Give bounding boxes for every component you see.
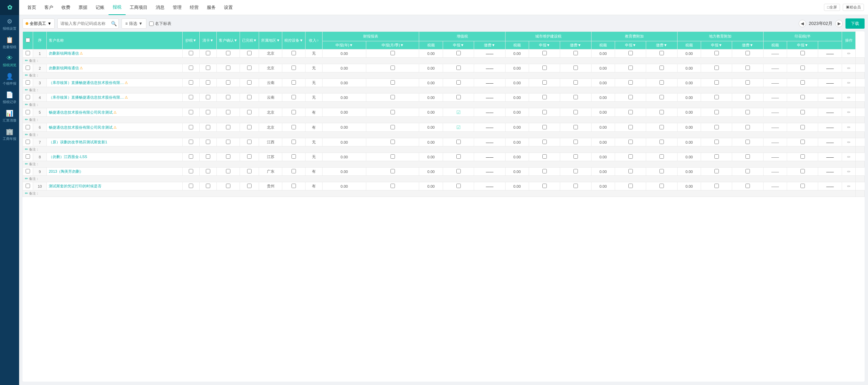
row-edit[interactable]: ✏ xyxy=(842,153,856,161)
city-amount-checkbox[interactable] xyxy=(573,184,578,188)
edu-amount-checkbox[interactable] xyxy=(659,125,664,129)
edu-declare-checkbox[interactable] xyxy=(628,80,633,85)
edit-icon[interactable]: ✏ xyxy=(847,140,851,145)
nav-operation[interactable]: 经营 xyxy=(186,0,203,15)
clearcard-checkbox[interactable] xyxy=(206,184,210,188)
finance-month-checkbox[interactable] xyxy=(390,110,395,114)
name-tag-checkbox[interactable] xyxy=(149,22,154,26)
confirm-checkbox[interactable] xyxy=(226,95,230,99)
stamp-declare-checkbox[interactable] xyxy=(800,51,805,55)
clearcard-checkbox[interactable] xyxy=(206,51,210,55)
sidebar-item-huisuanjieqiao[interactable]: 📊 汇算清缴 xyxy=(1,107,18,125)
row-checkbox[interactable] xyxy=(26,125,30,129)
row-edit[interactable]: ✏ xyxy=(842,79,856,87)
stamp-declare-checkbox[interactable] xyxy=(800,140,805,144)
taxdevice-checkbox[interactable] xyxy=(291,184,296,188)
stamp-declare-checkbox[interactable] xyxy=(800,66,805,70)
finance-month-checkbox[interactable] xyxy=(390,51,395,55)
finance-month-checkbox[interactable] xyxy=(390,169,395,173)
filed-checkbox[interactable] xyxy=(247,154,252,159)
local-amount-checkbox[interactable] xyxy=(745,80,750,85)
vip-button[interactable]: ▣稻会员 xyxy=(843,4,864,11)
filed-checkbox[interactable] xyxy=(247,51,252,55)
taxcopy-checkbox[interactable] xyxy=(189,169,193,173)
edit-icon[interactable]: ✏ xyxy=(847,66,851,71)
local-amount-checkbox[interactable] xyxy=(745,51,750,55)
nav-home[interactable]: 首页 xyxy=(23,0,40,15)
edu-declare-checkbox[interactable] xyxy=(628,140,633,144)
remark-edit-icon[interactable]: ✏ xyxy=(25,132,28,137)
row-checkbox[interactable] xyxy=(26,110,30,114)
row-checkbox[interactable] xyxy=(26,80,30,85)
row-edit[interactable]: ✏ xyxy=(842,182,856,190)
local-amount-checkbox[interactable] xyxy=(745,125,750,129)
row-checkbox[interactable] xyxy=(26,95,30,99)
row-edit[interactable]: ✏ xyxy=(842,123,856,132)
taxcopy-checkbox[interactable] xyxy=(189,80,193,85)
local-declare-checkbox[interactable] xyxy=(714,80,719,85)
local-declare-checkbox[interactable] xyxy=(714,184,719,188)
finance-month-checkbox[interactable] xyxy=(390,184,395,188)
edu-amount-checkbox[interactable] xyxy=(659,80,664,85)
edu-amount-checkbox[interactable] xyxy=(659,51,664,55)
city-declare-checkbox[interactable] xyxy=(542,80,547,85)
row-checkbox[interactable] xyxy=(26,66,30,70)
city-declare-checkbox[interactable] xyxy=(542,51,547,55)
local-declare-checkbox[interactable] xyxy=(714,169,719,173)
sidebar-item-gongshangnian[interactable]: 🏢 工商年报 xyxy=(1,125,18,144)
remark-edit-icon[interactable]: ✏ xyxy=(25,58,28,62)
confirm-checkbox[interactable] xyxy=(226,169,230,173)
row-checkbox[interactable] xyxy=(26,51,30,55)
filter-button[interactable]: ≡ 筛选 ▼ xyxy=(122,18,146,29)
fullscreen-button[interactable]: □全屏 xyxy=(824,4,840,11)
nav-bookkeeping[interactable]: 记账 xyxy=(91,0,109,15)
confirm-checkbox[interactable] xyxy=(226,80,230,85)
sidebar-item-baoshuishezhi[interactable]: ⚙ 报税设置 xyxy=(1,15,18,33)
row-edit[interactable]: ✏ xyxy=(842,49,856,58)
edu-amount-checkbox[interactable] xyxy=(659,154,664,159)
local-amount-checkbox[interactable] xyxy=(745,169,750,173)
taxcopy-checkbox[interactable] xyxy=(189,154,193,159)
city-amount-checkbox[interactable] xyxy=(573,66,578,70)
vat-declare-checkbox[interactable] xyxy=(456,51,461,55)
city-declare-checkbox[interactable] xyxy=(542,154,547,159)
taxdevice-checkbox[interactable] xyxy=(291,80,296,85)
sidebar-item-geshuisb[interactable]: 👤 个税申报 xyxy=(1,70,18,88)
nav-business[interactable]: 工商项目 xyxy=(126,0,152,15)
row-checkbox[interactable] xyxy=(26,169,30,173)
local-declare-checkbox[interactable] xyxy=(714,154,719,159)
taxdevice-checkbox[interactable] xyxy=(291,125,296,129)
edu-declare-checkbox[interactable] xyxy=(628,154,633,159)
city-declare-checkbox[interactable] xyxy=(542,125,547,129)
finance-month-checkbox[interactable] xyxy=(390,125,395,129)
confirm-checkbox[interactable] xyxy=(226,140,230,144)
stamp-declare-checkbox[interactable] xyxy=(800,184,805,188)
edu-declare-checkbox[interactable] xyxy=(628,184,633,188)
taxcopy-checkbox[interactable] xyxy=(189,125,193,129)
clearcard-checkbox[interactable] xyxy=(206,125,210,129)
taxdevice-checkbox[interactable] xyxy=(291,154,296,159)
remark-edit-icon[interactable]: ✏ xyxy=(25,117,28,122)
edit-icon[interactable]: ✏ xyxy=(847,81,851,85)
edu-amount-checkbox[interactable] xyxy=(659,184,664,188)
nav-message[interactable]: 消息 xyxy=(152,0,169,15)
taxcopy-checkbox[interactable] xyxy=(189,95,193,99)
search-icon[interactable]: 🔍 xyxy=(111,21,117,26)
nav-billing[interactable]: 收费 xyxy=(57,0,74,15)
employee-filter-select[interactable]: 全部员工 ▼ xyxy=(23,18,55,29)
remark-edit-icon[interactable]: ✏ xyxy=(25,88,28,92)
vat-declare-checkbox[interactable] xyxy=(456,140,461,144)
sidebar-item-piliang[interactable]: 📋 批量报税 xyxy=(1,33,18,52)
edit-icon[interactable]: ✏ xyxy=(847,155,851,159)
nav-customer[interactable]: 客户 xyxy=(40,0,57,15)
nav-tax[interactable]: 报税 xyxy=(109,0,126,15)
city-amount-checkbox[interactable] xyxy=(573,125,578,129)
clearcard-checkbox[interactable] xyxy=(206,140,210,144)
taxdevice-checkbox[interactable] xyxy=(291,110,296,114)
city-declare-checkbox[interactable] xyxy=(542,110,547,114)
edu-amount-checkbox[interactable] xyxy=(659,110,664,114)
city-amount-checkbox[interactable] xyxy=(573,154,578,159)
finance-month-checkbox[interactable] xyxy=(390,154,395,159)
confirm-checkbox[interactable] xyxy=(226,66,230,70)
city-declare-checkbox[interactable] xyxy=(542,95,547,99)
